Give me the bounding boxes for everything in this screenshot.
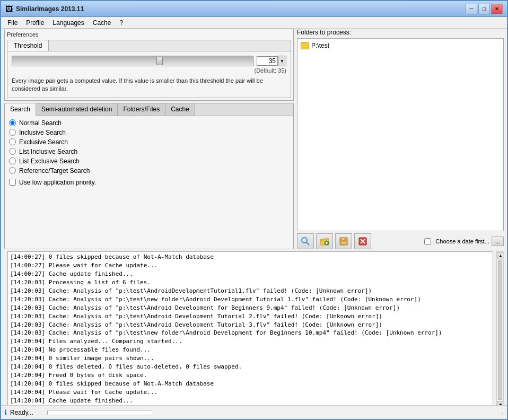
tab-search[interactable]: Search <box>5 103 36 116</box>
option-normal-search[interactable]: Normal Search <box>9 119 289 127</box>
threshold-slider-track[interactable] <box>12 56 253 66</box>
option-inclusive-search[interactable]: Inclusive Search <box>9 129 289 136</box>
radio-inclusive-search[interactable] <box>9 129 16 136</box>
minimize-button[interactable]: ─ <box>466 4 477 14</box>
log-area[interactable]: [14:00:27] 0 files skipped because of No… <box>7 251 493 408</box>
tab-cache[interactable]: Cache <box>165 103 195 116</box>
search-options: Normal Search Inclusive Search Exclusive… <box>5 116 293 189</box>
status-text: Ready... <box>10 409 33 416</box>
folders-list[interactable]: P:\test <box>297 38 504 231</box>
titlebar: 🖼 SimilarImages 2013.11 ─ □ ✕ <box>1 1 507 17</box>
tab-folders-files[interactable]: Folders/Files <box>118 103 165 116</box>
log-line: [14:20:03] Processing a list of 6 files. <box>10 278 491 287</box>
scroll-up-arrow[interactable]: ▲ <box>497 252 504 259</box>
status-icon: ℹ <box>4 408 7 417</box>
statusbar: ℹ Ready... ⋱ <box>1 405 507 419</box>
menubar: File Profile Languages Cache ? <box>1 17 507 29</box>
radio-exclusive-search[interactable] <box>9 138 16 145</box>
preferences-group: Preferences Threshold 35 <box>4 29 294 101</box>
folders-label: Folders to process: <box>297 29 504 36</box>
radio-list-exclusive-search[interactable] <box>9 158 16 164</box>
add-folder-icon <box>320 237 329 246</box>
date-picker-button[interactable]: ... <box>492 237 504 246</box>
log-line: [14:20:04] 0 files deleted, 0 files auto… <box>10 363 491 371</box>
date-filter-group: Choose a date first... ... <box>424 237 504 246</box>
search-icon <box>301 237 310 246</box>
date-filter-label: Choose a date first... <box>435 238 489 244</box>
log-line: [14:20:04] No processable files found... <box>10 346 491 354</box>
search-button[interactable] <box>297 233 314 249</box>
window-controls: ─ □ ✕ <box>466 4 503 14</box>
svg-rect-8 <box>340 241 347 244</box>
menu-cache[interactable]: Cache <box>89 18 116 28</box>
search-tabs-widget: Search Semi-automated deletion Folders/F… <box>4 103 294 249</box>
menu-languages[interactable]: Languages <box>48 18 88 28</box>
svg-point-0 <box>302 238 307 243</box>
menu-profile[interactable]: Profile <box>22 18 48 28</box>
log-line: [14:20:04] Freed 0 bytes of disk space. <box>10 371 491 380</box>
log-line: [14:20:03] Cache: Analysis of "p:\test\n… <box>10 295 491 304</box>
threshold-slider-thumb[interactable] <box>156 57 163 65</box>
folder-item[interactable]: P:\test <box>300 41 501 50</box>
add-folder-button[interactable] <box>316 233 333 249</box>
threshold-tab[interactable]: Threshold <box>7 40 49 51</box>
low-priority-label: Use low application priority. <box>19 179 96 186</box>
list-inclusive-search-label: List Inclusive Search <box>19 148 77 155</box>
log-line: [14:20:03] Cache: Analysis of "p:\test\A… <box>10 312 491 321</box>
log-line: [14:20:04] 0 files skipped because of No… <box>10 380 491 388</box>
menu-file[interactable]: File <box>3 18 22 28</box>
log-line: [14:00:27] 0 files skipped because of No… <box>10 253 491 261</box>
option-reference-target-search[interactable]: Reference/Target Search <box>9 167 289 174</box>
log-line: [14:20:04] Files analyzed... Comparing s… <box>10 337 491 346</box>
exclusive-search-label: Exclusive Search <box>19 138 68 146</box>
tab-semi-auto[interactable]: Semi-automated deletion <box>36 103 118 116</box>
option-list-inclusive-search[interactable]: List Inclusive Search <box>9 148 289 155</box>
folder-path: P:\test <box>311 42 329 49</box>
save-button[interactable] <box>335 233 352 249</box>
delete-button[interactable] <box>354 233 371 249</box>
log-line: [14:20:03] Cache: Analysis of "p:\test\A… <box>10 321 491 329</box>
threshold-default-label: (Default: 35) <box>12 67 286 74</box>
option-exclusive-search[interactable]: Exclusive Search <box>9 138 289 146</box>
inclusive-search-label: Inclusive Search <box>19 129 66 136</box>
log-line: [14:20:04] 0 similar image pairs shown..… <box>10 354 491 363</box>
preferences-label: Preferences <box>7 31 291 38</box>
reference-target-label: Reference/Target Search <box>19 167 90 174</box>
close-button[interactable]: ✕ <box>491 4 503 14</box>
right-panel: Folders to process: P:\test <box>297 29 504 249</box>
svg-line-1 <box>306 242 309 245</box>
toolbar-row: Choose a date first... ... <box>297 233 504 249</box>
log-line: [14:20:04] Cache update finished... <box>10 397 491 405</box>
log-line: [14:20:04] Please wait for Cache update.… <box>10 388 491 397</box>
threshold-input[interactable]: 35 <box>257 56 278 66</box>
menu-help[interactable]: ? <box>115 18 127 28</box>
log-scrollbar[interactable]: ▲ ▼ <box>496 251 504 409</box>
save-icon <box>339 237 348 246</box>
progress-track <box>47 410 153 415</box>
threshold-dropdown-arrow[interactable]: ▼ <box>278 56 286 66</box>
svg-rect-7 <box>341 238 345 240</box>
delete-icon <box>358 237 367 246</box>
application-window: 🖼 SimilarImages 2013.11 ─ □ ✕ File Profi… <box>0 0 508 420</box>
progress-area <box>47 410 504 415</box>
left-panel: Preferences Threshold 35 <box>4 29 294 249</box>
search-tab-header: Search Semi-automated deletion Folders/F… <box>5 103 293 116</box>
radio-reference-target-search[interactable] <box>9 167 16 174</box>
folder-icon <box>301 42 309 49</box>
window-title: SimilarImages 2013.11 <box>16 5 462 13</box>
threshold-description: Every image pair gets a computed value. … <box>12 77 286 93</box>
main-content: Preferences Threshold 35 <box>1 29 507 251</box>
log-line: [14:20:03] Cache: Analysis of "p:\test\A… <box>10 304 491 312</box>
radio-list-inclusive-search[interactable] <box>9 148 16 155</box>
date-filter-checkbox[interactable] <box>424 238 431 245</box>
checkbox-low-priority[interactable] <box>9 179 16 186</box>
log-line: [14:20:03] Cache: Analysis of "p:\test\A… <box>10 287 491 295</box>
maximize-button[interactable]: □ <box>478 4 490 14</box>
log-line: [14:00:27] Cache update finished... <box>10 270 491 278</box>
resize-grip[interactable]: ⋱ <box>500 412 507 419</box>
normal-search-label: Normal Search <box>19 119 62 127</box>
option-low-priority[interactable]: Use low application priority. <box>9 179 289 186</box>
option-list-exclusive-search[interactable]: List Exclusive Search <box>9 158 289 165</box>
scroll-thumb[interactable] <box>498 260 502 400</box>
radio-normal-search[interactable] <box>9 119 16 126</box>
